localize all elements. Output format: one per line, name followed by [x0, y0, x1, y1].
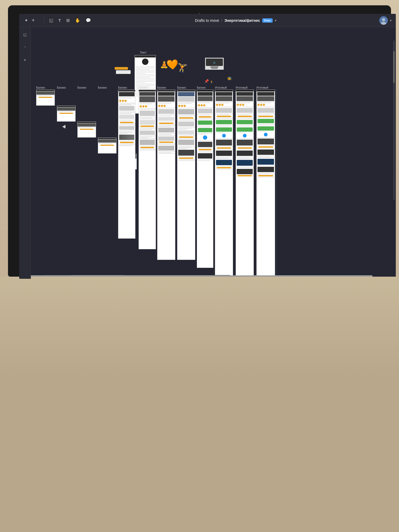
avatar[interactable] [379, 16, 388, 25]
monitor-icon-frame: 📺 [205, 58, 224, 70]
screen-bezel: ✦ + ◱ T ⊞ ✋ 💬 Drafts to move / Энергетик… [8, 5, 391, 277]
toolbar-center: Drafts to move / Энергетика/фитнес Free … [95, 18, 376, 23]
laptop-bottom: MacBook Air esc F1🔅 F2🔆 F3⊞⊞ F4☰☰ F5··· … [0, 277, 399, 532]
balans-thumb-1 [36, 90, 55, 106]
divider-line [276, 90, 277, 276]
breadcrumb-separator: / [221, 18, 222, 23]
add-section-icon[interactable]: + [21, 56, 29, 64]
canvas-content: Текст [36, 35, 382, 275]
balans-thumb-3 [77, 122, 96, 138]
logo-icon: ✦ [23, 17, 29, 24]
chevron-down-icon[interactable]: ▾ [275, 19, 276, 22]
scrollbar-vertical[interactable] [393, 40, 395, 200]
comment-tool[interactable]: 💬 [85, 17, 92, 24]
toolbar-right: ▾ [379, 16, 392, 25]
label-balans-6: Баланс [139, 86, 148, 89]
select-tool[interactable]: ◱ [48, 17, 54, 24]
left-sidebar: ◱ ^ + [19, 27, 31, 279]
itogoviy-tall-3: 1 2 3 [256, 90, 275, 279]
bee-sticker: 🐝 [227, 76, 232, 81]
label-itogoviy-2: Итоговый [236, 86, 247, 89]
svg-point-1 [382, 18, 385, 21]
laptop-outer: ✦ + ◱ T ⊞ ✋ 💬 Drafts to move / Энергетик… [0, 0, 399, 532]
balans-tall-2: 1 2 3 [139, 90, 156, 249]
sticker-figure-2: 🏋️ [176, 62, 188, 73]
text-frame-label: Текст [140, 51, 147, 54]
layers-icon[interactable]: ◱ [21, 30, 29, 39]
label-balans-8: Баланс [177, 86, 186, 89]
breadcrumb-page[interactable]: Энергетика/фитнес [225, 18, 260, 23]
note-frame [116, 70, 131, 74]
label-balans-7: Баланс [157, 86, 166, 89]
sticker-figure-3: 🧘 [160, 60, 168, 69]
balans-tall-4: 1 2 3 [177, 90, 195, 260]
hand-tool[interactable]: ✋ [74, 17, 81, 24]
account-chevron[interactable]: ▾ [390, 19, 392, 22]
label-balans-5: Баланс [118, 86, 127, 89]
screen: ✦ + ◱ T ⊞ ✋ 💬 Drafts to move / Энергетик… [19, 14, 396, 279]
toolbar-left: ✦ + [23, 17, 39, 24]
text-tool[interactable]: T [57, 17, 62, 24]
label-balans-4: Баланс [98, 86, 107, 89]
canvas[interactable]: Текст [31, 27, 396, 279]
components-tool[interactable]: ⊞ [65, 17, 71, 24]
balans-tall-1: 1 2 3 [118, 90, 135, 239]
label-balans-2: Баланс [57, 86, 66, 89]
label-itogoviy-1: Итоговый [215, 86, 227, 89]
itogoviy-tall-1: 1 2 3 [215, 90, 233, 276]
balans-tall-5: 1 2 3 [197, 90, 213, 268]
pin-icon: 📌 [204, 79, 209, 83]
balans-thumb-4 [98, 138, 117, 153]
label-balans-1: Баланс [36, 86, 45, 89]
add-tab-icon[interactable]: + [32, 17, 35, 23]
label-itogoviy-3: Итоговый [256, 86, 268, 89]
small-figure: 🏃 [210, 80, 214, 84]
collapse-icon[interactable]: ^ [21, 43, 29, 52]
orange-note-1 [115, 67, 128, 70]
scrollbar-v-thumb[interactable] [393, 51, 395, 83]
itogoviy-tall-2: 1 2 3 [236, 90, 254, 279]
free-badge: Free [262, 18, 273, 23]
balans-thumb-2 [57, 106, 76, 122]
label-balans-9: Баланс [197, 86, 206, 89]
breadcrumb-project[interactable]: Drafts to move [195, 18, 219, 23]
balans-tall-3: 1 2 3 [157, 90, 175, 260]
label-balans-3: Баланс [77, 86, 86, 89]
toolbar: ✦ + ◱ T ⊞ ✋ 💬 Drafts to move / Энергетик… [19, 14, 396, 27]
